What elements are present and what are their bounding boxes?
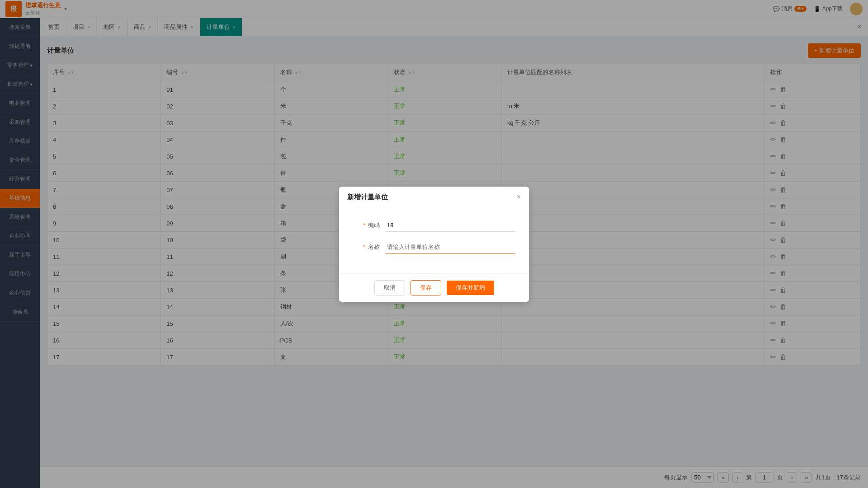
modal-body: * 编码 * 名称 [339, 208, 529, 273]
modal-title: 新增计量单位 [347, 193, 388, 202]
name-required: * [363, 244, 365, 250]
save-add-button[interactable]: 保存并新增 [447, 281, 494, 295]
name-label: * 名称 [353, 243, 380, 251]
form-row-name: * 名称 [353, 241, 515, 253]
save-button[interactable]: 保存 [410, 280, 441, 296]
code-label: * 编码 [353, 221, 380, 230]
name-input[interactable] [385, 241, 515, 253]
modal-close-btn[interactable]: × [517, 193, 521, 201]
modal-header: 新增计量单位 × [339, 187, 529, 208]
modal-footer: 取消 保存 保存并新增 [339, 273, 529, 302]
form-row-code: * 编码 [353, 219, 515, 232]
code-required: * [363, 222, 365, 229]
modal-overlay[interactable]: 新增计量单位 × * 编码 * 名称 取消 保存 保存并新增 [0, 0, 868, 488]
code-input[interactable] [385, 219, 515, 232]
modal-add-unit: 新增计量单位 × * 编码 * 名称 取消 保存 保存并新增 [339, 187, 529, 302]
cancel-button[interactable]: 取消 [374, 280, 405, 296]
